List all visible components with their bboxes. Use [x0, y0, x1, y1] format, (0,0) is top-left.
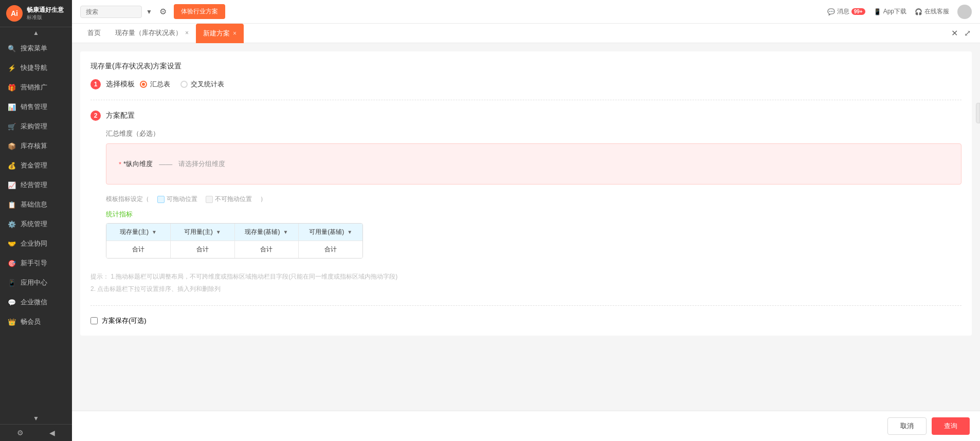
main-content: 现存量(库存状况表)方案设置 1 选择模板 汇总表 交叉统计表 — [72, 43, 980, 411]
step2-section: 2 方案配置 汇总维度（必选） * *纵向维度 —— 请选择分组维度 — [90, 111, 961, 260]
sidebar-item-member[interactable]: 👑 畅会员 — [0, 312, 72, 332]
sidebar-item-operations[interactable]: 📈 经营管理 — [0, 175, 72, 195]
sidebar-item-sales[interactable]: 📊 销售管理 — [0, 97, 72, 117]
sidebar-item-wechat[interactable]: 💬 企业微信 — [0, 292, 72, 312]
save-row: 方案保存(可选) — [90, 316, 961, 325]
purchase-icon: 🛒 — [7, 122, 16, 131]
stats-data-col-1: 合计 — [171, 241, 235, 258]
topbar-left: ▼ ⚙ 体验行业方案 — [80, 4, 225, 19]
indicators-section: 模板指标设定（ 可拖动位置 不可拖动位置 ） 统计指标 — [106, 195, 961, 260]
dim-dash: —— — [159, 160, 172, 168]
step1-badge: 1 — [90, 79, 101, 89]
stats-header-col-2[interactable]: 现存量(基辅) ▼ — [235, 224, 299, 241]
headset-icon: 🎧 — [915, 8, 922, 15]
sidebar-item-system[interactable]: ⚙️ 系统管理 — [0, 214, 72, 234]
message-icon: 💬 — [827, 8, 835, 15]
template-radio-group: 汇总表 交叉统计表 — [140, 80, 224, 89]
sidebar-item-cooperation[interactable]: 🤝 企业协同 — [0, 234, 72, 253]
cancel-button[interactable]: 取消 — [887, 417, 927, 435]
radio-crosstab-circle — [180, 81, 188, 88]
topbar-dropdown-btn[interactable]: ▼ — [146, 8, 152, 15]
indicator-legend: 模板指标设定（ 可拖动位置 不可拖动位置 ） — [106, 195, 961, 204]
page-title: 现存量(库存状况表)方案设置 — [90, 62, 961, 71]
app-brand: 畅康通好生意 标准版 — [27, 6, 64, 21]
stats-table: 现存量(主) ▼ 可用量(主) ▼ 现存量(基辅) ▼ — [106, 223, 363, 259]
sidebar-logo: Ai 畅康通好生意 标准版 — [0, 0, 72, 27]
window-close-btn[interactable]: ✕ — [950, 27, 959, 39]
sidebar-nav: 🔍 搜索菜单 ⚡ 快捷导航 🎁 营销推广 📊 销售管理 🛒 采购管理 📦 库存核… — [0, 39, 72, 413]
radio-summary[interactable]: 汇总表 — [140, 80, 170, 89]
fixed-icon — [206, 196, 213, 203]
col1-dropdown-icon[interactable]: ▼ — [216, 229, 221, 235]
member-icon: 👑 — [7, 317, 16, 326]
save-label: 方案保存(可选) — [102, 316, 147, 325]
radio-summary-circle — [140, 81, 147, 88]
tab-bar: 首页 现存量（库存状况表） × 新建方案 × ✕ ⤢ — [72, 24, 980, 43]
stats-header-col-1[interactable]: 可用量(主) ▼ — [171, 224, 235, 241]
sidebar-settings-btn[interactable]: ⚙ — [17, 429, 24, 437]
sidebar-item-basic-info[interactable]: 📋 基础信息 — [0, 195, 72, 214]
marketing-icon: 🎁 — [7, 83, 16, 92]
sidebar-collapse-btn[interactable]: ◀ — [49, 429, 55, 437]
sidebar-scroll-down[interactable]: ▼ — [0, 413, 72, 424]
sidebar-item-guide[interactable]: 🎯 新手引导 — [0, 253, 72, 273]
radio-crosstab[interactable]: 交叉统计表 — [180, 80, 224, 89]
sidebar-item-purchase[interactable]: 🛒 采购管理 — [0, 117, 72, 136]
stats-header-row: 现存量(主) ▼ 可用量(主) ▼ 现存量(基辅) ▼ — [106, 224, 362, 241]
tab-home[interactable]: 首页 — [80, 24, 108, 43]
topbar-search-input[interactable] — [80, 6, 142, 18]
step1-section: 1 选择模板 汇总表 交叉统计表 — [90, 79, 961, 89]
step-divider — [90, 100, 961, 100]
sidebar-item-quick-nav[interactable]: ⚡ 快捷导航 — [0, 58, 72, 78]
main-area: ▼ ⚙ 体验行业方案 💬 消息 99+ 📱 App下载 🎧 在线客服 — [72, 0, 980, 441]
topbar: ▼ ⚙ 体验行业方案 💬 消息 99+ 📱 App下载 🎧 在线客服 — [72, 0, 980, 24]
quick-nav-icon: ⚡ — [7, 63, 16, 72]
tab-new-plan[interactable]: 新建方案 × — [196, 24, 244, 43]
sidebar-item-marketing[interactable]: 🎁 营销推广 — [0, 78, 72, 97]
col0-dropdown-icon[interactable]: ▼ — [152, 229, 157, 235]
col2-dropdown-icon[interactable]: ▼ — [283, 229, 288, 235]
stats-header-col-0[interactable]: 现存量(主) ▼ — [106, 224, 171, 241]
tab-inventory-status-close[interactable]: × — [185, 29, 189, 36]
app-center-icon: 📱 — [7, 278, 16, 287]
tab-inventory-status[interactable]: 现存量（库存状况表） × — [108, 24, 196, 43]
sidebar-item-app-center[interactable]: 📱 应用中心 — [0, 273, 72, 292]
stats-section: 统计指标 现存量(主) ▼ 可用量(主) ▼ — [106, 210, 961, 260]
tip-2: 2. 点击标题栏下拉可设置排序、插入列和删除列 — [90, 283, 961, 295]
tab-new-plan-close[interactable]: × — [233, 30, 237, 37]
legend-close-paren: ） — [260, 195, 266, 204]
resize-handle[interactable] — [976, 103, 980, 123]
basic-info-icon: 📋 — [7, 200, 16, 209]
footer: 取消 查询 — [72, 411, 980, 441]
dim-placeholder: 请选择分组维度 — [178, 159, 225, 169]
topbar-settings-btn[interactable]: ⚙ — [156, 6, 170, 17]
topbar-trial-btn[interactable]: 体验行业方案 — [174, 4, 225, 19]
gear-icon: ⚙ — [159, 7, 167, 16]
wechat-icon: 💬 — [7, 298, 16, 307]
search-menu-icon: 🔍 — [7, 44, 16, 53]
user-avatar[interactable] — [957, 5, 972, 19]
finance-icon: 💰 — [7, 161, 16, 170]
dim-area[interactable]: * *纵向维度 —— 请选择分组维度 — [106, 143, 961, 185]
col3-dropdown-icon[interactable]: ▼ — [347, 229, 352, 235]
stats-data-col-2: 合计 — [235, 241, 299, 258]
tips-section: 提示： 1.拖动标题栏可以调整布局，不可跨维度或指标区域拖动栏目字段(只能在同一… — [90, 270, 961, 295]
legend-draggable: 可拖动位置 — [157, 195, 197, 204]
sidebar-scroll-up[interactable]: ▲ — [0, 27, 72, 39]
sidebar-item-search-menu[interactable]: 🔍 搜索菜单 — [0, 39, 72, 58]
guide-icon: 🎯 — [7, 259, 16, 268]
sidebar: Ai 畅康通好生意 标准版 ▲ 🔍 搜索菜单 ⚡ 快捷导航 🎁 营销推广 📊 销… — [0, 0, 72, 441]
stats-header-col-3[interactable]: 可用量(基辅) ▼ — [299, 224, 362, 241]
topbar-message[interactable]: 💬 消息 99+ — [827, 7, 865, 16]
topbar-app-download[interactable]: 📱 App下载 — [874, 7, 906, 16]
window-expand-btn[interactable]: ⤢ — [963, 27, 972, 39]
system-icon: ⚙️ — [7, 219, 16, 229]
save-checkbox[interactable] — [90, 317, 98, 324]
sidebar-item-finance[interactable]: 💰 资金管理 — [0, 156, 72, 175]
summary-dim-section: 汇总维度（必选） * *纵向维度 —— 请选择分组维度 — [106, 129, 961, 185]
main-panel: 现存量(库存状况表)方案设置 1 选择模板 汇总表 交叉统计表 — [80, 51, 972, 336]
topbar-online-service[interactable]: 🎧 在线客服 — [915, 7, 949, 16]
sidebar-item-inventory[interactable]: 📦 库存核算 — [0, 136, 72, 156]
query-button[interactable]: 查询 — [932, 417, 970, 435]
summary-dim-label: 汇总维度（必选） — [106, 129, 961, 138]
